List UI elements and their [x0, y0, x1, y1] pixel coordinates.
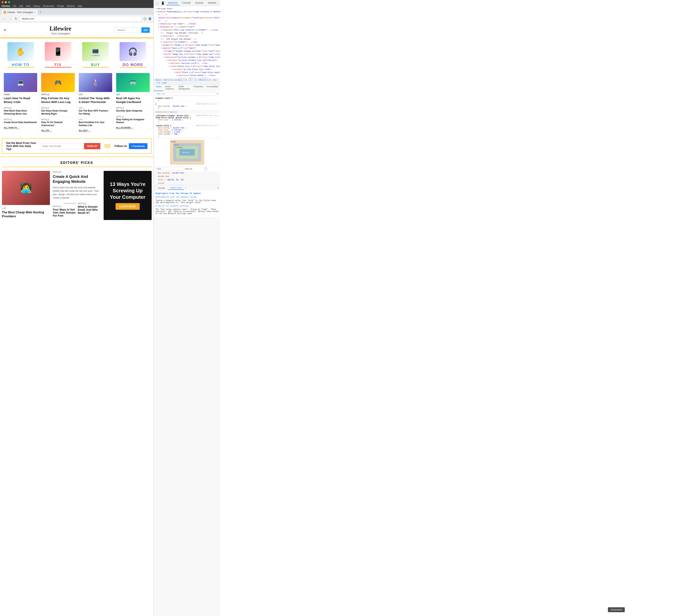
devtools-tab-performance[interactable]: Performance	[219, 1, 220, 5]
show-all-checkbox[interactable]	[193, 168, 219, 170]
newsletter-signup-button[interactable]: SIGN UP	[84, 143, 100, 149]
breadcrumb-ul[interactable]: ul	[189, 79, 192, 81]
all-fix-link[interactable]: ALL FIX →	[41, 129, 52, 132]
editors-bottom-title-1[interactable]: Four Ways to Get Your Own Domain For Fre…	[53, 208, 76, 217]
tree-line-svg2[interactable]: ▶ <svg class="is-hidden" >...</svg>	[155, 41, 219, 44]
devtools-device-button[interactable]: 📱	[160, 1, 166, 5]
article-title-fortnite[interactable]: Play Fortnite On Any Device With Less La…	[41, 96, 74, 104]
tab-close-button[interactable]: ×	[34, 11, 35, 14]
breadcrumb-h2[interactable]: h2	[157, 82, 159, 84]
devtools-tab-console[interactable]: Console	[180, 1, 192, 5]
hamburger-menu[interactable]: ≡	[4, 28, 6, 32]
sub-article-title-3a[interactable]: Get The Best GPS Trackers For Hiking	[79, 109, 112, 115]
breadcrumb-main[interactable]: #main	[155, 79, 161, 81]
styles-tab-accessibility[interactable]: Accessibility	[205, 85, 220, 91]
styles-add-button[interactable]: +	[217, 92, 219, 95]
devtools-tab-elements[interactable]: Elements	[166, 1, 180, 5]
search-button[interactable]: GO	[141, 27, 150, 33]
category-buy[interactable]: 💻 BUY	[82, 42, 109, 68]
category-fix[interactable]: 📱 FIX	[45, 42, 71, 68]
all-buy-link[interactable]: ALL BUY →	[79, 129, 90, 132]
forward-button[interactable]: →	[8, 16, 13, 21]
computed-filter-input[interactable]	[155, 167, 184, 171]
mac-menu-help[interactable]: Help	[78, 5, 82, 7]
mac-menu-view[interactable]: View	[26, 5, 31, 7]
category-how-to[interactable]: ✋ HOW TO	[7, 42, 34, 68]
breadcrumb-div[interactable]: div	[213, 79, 217, 81]
tree-line-head[interactable]: ▶ <head class="loc head" >...</head>	[155, 22, 219, 25]
tree-line-h2[interactable]: ▶ <h2 class="section-title" >...</h2>	[155, 62, 219, 65]
url-bar[interactable]: lifewire.com	[19, 16, 142, 21]
breadcrumb-span[interactable]: span	[162, 82, 167, 84]
sub-article-title-2a[interactable]: Get Alexa Smart Groups Working Right	[41, 109, 74, 115]
breadcrumb-article-columns[interactable]: #article-columns_1-0	[164, 79, 187, 81]
sub-article-title-3b[interactable]: Best Portables For Your Outdoor Life	[79, 121, 112, 127]
learn-more-button[interactable]: LEARN MORE	[116, 203, 140, 210]
article-title-binary[interactable]: Learn How To Read Binary Code	[4, 96, 37, 104]
console-tab-button[interactable]: Console	[155, 186, 167, 190]
tree-line-body[interactable]: ▼ <body data-gr-c-s-loaded="true" >	[155, 25, 219, 29]
back-button[interactable]: ←	[2, 16, 6, 21]
sub-article-title-4a[interactable]: Secretly Open Snapchat	[116, 109, 150, 112]
sub-article-tag-2b: ARTICLE	[41, 119, 74, 121]
devtools-tab-network[interactable]: Network	[206, 1, 218, 5]
tree-line-svg1[interactable]: ▶ <svg class="mntl-svg-resource is-hidde…	[155, 29, 219, 32]
bookmark-icon[interactable]: ★	[143, 17, 147, 20]
tree-line-ul2[interactable]: ▼ <ul id="block-list_1-0" class="comp bl…	[155, 65, 219, 68]
article-title-thermostat[interactable]: Control The Temp With A Smart Thermostat	[79, 96, 112, 104]
editors-center-title[interactable]: Create A Quick And Engaging Website	[53, 174, 101, 184]
tree-line-noscript[interactable]: ▶ <noscript>...</noscript>	[155, 35, 219, 38]
console-content: Highlights from the Chrome 76 update Aut…	[154, 191, 220, 217]
browser-tab[interactable]: L Lifewire - Tech Untangled ×	[1, 10, 38, 15]
mac-menu-bar: Chrome File Edit View History Bookmarks …	[0, 4, 154, 8]
styles-tab-styles[interactable]: Styles	[154, 85, 164, 91]
tree-line-ul1[interactable]: ▼ <ul class="article-columns-list with-b…	[155, 59, 219, 62]
styles-panel: Styles Event Listeners DOM Breakpoints P…	[154, 85, 220, 138]
newsletter-email-input[interactable]	[40, 143, 84, 149]
mac-menu-file[interactable]: File	[13, 5, 16, 7]
sub-article-title-4b[interactable]: Stop Falling for Instagram Hoaxes	[116, 118, 150, 124]
tree-line-block-media[interactable]: ▶ <div class="block-media" >...</div>	[155, 74, 219, 77]
sub-article-title-2b[interactable]: How To Fix Outlook Autocorrect	[41, 121, 74, 127]
new-tab-button[interactable]: +	[38, 9, 43, 15]
sub-article-title-1b[interactable]: Create Excel Data Dashboards	[4, 121, 37, 124]
mac-menu-window[interactable]: Window	[67, 5, 75, 7]
editors-main-title[interactable]: The Best Cheap Web Hosting Providers	[2, 211, 50, 218]
breadcrumb-li[interactable]: li	[194, 79, 197, 81]
tree-line-main[interactable]: ▼ <main id="main_1-0" role="main" >	[155, 47, 219, 50]
tree-line-header[interactable]: ▼ <header id="header_1-0" class="comp he…	[155, 44, 219, 47]
tree-line-section[interactable]: ▼ <section id="article-columns_1-0" clas…	[155, 56, 219, 59]
breadcrumb-block[interactable]: #block_1-0	[199, 79, 211, 81]
article-title-vr[interactable]: Best VR Apps For Google Cardboard	[116, 96, 150, 104]
mac-minimize-dot[interactable]	[5, 1, 7, 3]
all-do-more-link[interactable]: ALL DO MORE →	[116, 126, 133, 129]
tree-line-a[interactable]: ▼ <a id="block_1-0" class="comp block-sm…	[155, 71, 219, 74]
devtools-tab-sources[interactable]: Sources	[193, 1, 205, 5]
styles-tab-event-listeners[interactable]: Event Listeners	[164, 85, 177, 91]
console-close-button[interactable]: ×	[217, 187, 219, 190]
editors-bottom-title-2[interactable]: What Is Domain Email, And Who Needs It?	[78, 205, 101, 214]
user-icon[interactable]: 👤	[148, 17, 152, 20]
mac-menu-chrome[interactable]: Chrome	[1, 5, 10, 7]
whats-new-tab-x[interactable]: ×	[185, 187, 186, 189]
styles-tab-dom-breakpoints[interactable]: DOM Breakpoints	[177, 85, 192, 91]
mac-menu-bookmarks[interactable]: Bookmarks	[43, 5, 54, 7]
styles-tab-properties[interactable]: Properties	[192, 85, 205, 91]
mac-maximize-dot[interactable]	[8, 1, 10, 3]
category-do-more[interactable]: 🎧 DO MORE	[120, 42, 146, 68]
mac-menu-history[interactable]: History	[33, 5, 40, 7]
all-how-to-link[interactable]: ALL HOW TO →	[4, 126, 19, 129]
devtools-inspect-button[interactable]: ⬚	[155, 1, 159, 5]
whats-new-tab-button[interactable]: What's New	[168, 186, 184, 190]
category-navigation: ✋ HOW TO 📱 FIX 💻 BUY 🎧 DO MORE	[0, 38, 154, 69]
mac-close-dot[interactable]	[1, 1, 4, 3]
category-how-to-label: HOW TO	[7, 63, 34, 68]
facebook-button[interactable]: f Facebook	[129, 143, 148, 149]
sub-article-title-1a[interactable]: How Much Data Does Streaming Music Use	[4, 109, 37, 115]
refresh-button[interactable]: ↻	[14, 16, 18, 21]
mac-menu-people[interactable]: People	[57, 5, 64, 7]
styles-filter-input[interactable]	[155, 92, 216, 95]
search-input[interactable]	[115, 27, 141, 33]
mac-menu-edit[interactable]: Edit	[19, 5, 23, 7]
tree-line-li1[interactable]: ▼ <li class="g-item block-list-item" >	[155, 68, 219, 71]
